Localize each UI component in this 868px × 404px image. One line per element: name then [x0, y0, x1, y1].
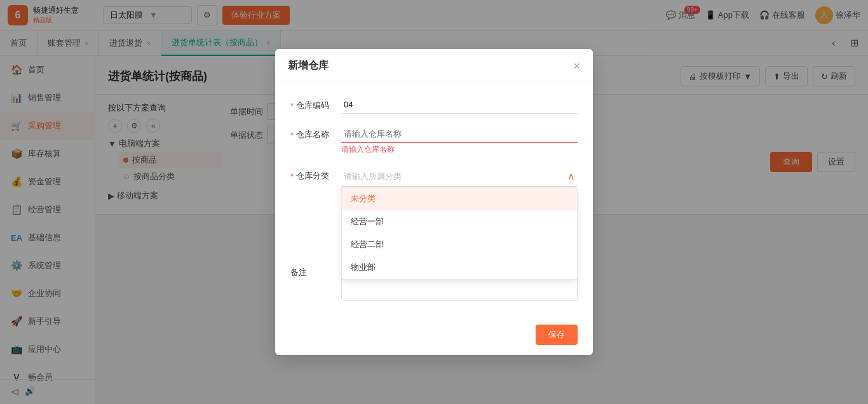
warehouse-note-label: 备注 [290, 263, 341, 278]
dropdown-item-dept1[interactable]: 经营一部 [342, 210, 577, 233]
warehouse-code-label: * 仓库编码 [290, 96, 341, 111]
dropdown-item-dept2[interactable]: 经营二部 [342, 233, 577, 256]
save-button[interactable]: 保存 [536, 325, 578, 345]
warehouse-code-field [341, 96, 578, 114]
modal-title: 新增仓库 [288, 59, 329, 72]
dropdown-item-uncategorized[interactable]: 未分类 [342, 187, 577, 210]
modal-new-warehouse: 新增仓库 × * 仓库编码 * 仓库名称 [275, 49, 593, 355]
modal-body: * 仓库编码 * 仓库名称 请输入仓库名称 [275, 83, 593, 303]
warehouse-name-field: 请输入仓库名称 [341, 125, 578, 155]
warehouse-category-select[interactable]: 请输入所属分类 ∧ [341, 166, 578, 187]
modal-close-btn[interactable]: × [573, 60, 580, 72]
warehouse-category-row: * 仓库分类 请输入所属分类 ∧ 未分类 经营一部 经营二部 物业部 [290, 166, 578, 187]
warehouse-category-label: * 仓库分类 [290, 166, 341, 182]
warehouse-name-error: 请输入仓库名称 [341, 144, 578, 155]
dropdown-item-dept3[interactable]: 物业部 [342, 256, 577, 279]
modal-footer: 保存 [275, 314, 593, 355]
warehouse-name-label: * 仓库名称 [290, 125, 341, 140]
category-chevron-icon: ∧ [567, 170, 575, 182]
warehouse-code-input[interactable] [341, 96, 578, 114]
warehouse-name-input[interactable] [341, 125, 578, 143]
category-dropdown: 未分类 经营一部 经营二部 物业部 [341, 187, 578, 279]
modal-overlay: 新增仓库 × * 仓库编码 * 仓库名称 [0, 0, 868, 404]
modal-header: 新增仓库 × [275, 49, 593, 83]
warehouse-name-row: * 仓库名称 请输入仓库名称 [290, 125, 578, 155]
warehouse-code-row: * 仓库编码 [290, 96, 578, 114]
category-placeholder: 请输入所属分类 [344, 171, 402, 182]
warehouse-category-field: 请输入所属分类 ∧ 未分类 经营一部 经营二部 物业部 [341, 166, 578, 187]
